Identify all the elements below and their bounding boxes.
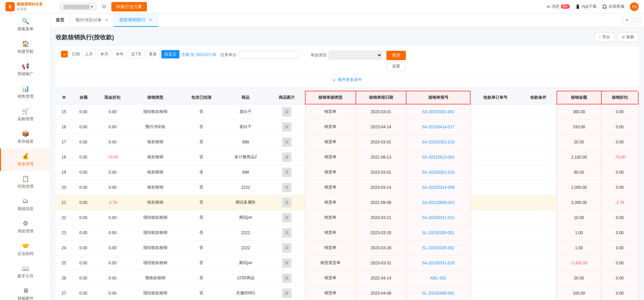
th-collection-condition: 收款条件 [520, 91, 557, 104]
voucher-type-select[interactable] [329, 51, 382, 59]
export-button[interactable]: ↑ 导出 [594, 32, 614, 42]
counterparty-label: 往来单位 [220, 52, 236, 58]
bill-no-link[interactable]: SL-20230408-001 [422, 291, 454, 296]
bill-no-link[interactable]: SA-20230331-026 [422, 261, 454, 265]
cell-writeoff-bill-no[interactable]: SA-20230331-026 [406, 255, 470, 270]
bill-no-link[interactable]: SL-20230328-002 [422, 246, 454, 250]
home-icon: 🏠 [22, 40, 29, 47]
cell-writeoff-bill-no[interactable]: SL-20230328-001 [406, 225, 470, 240]
date-btn-this-year[interactable]: 本年 [113, 50, 127, 58]
bill-no-link[interactable]: SA-20230301-001 [422, 110, 454, 114]
sidebar-item-enterprise[interactable]: 🤝 企业协同 [0, 238, 50, 261]
bill-no-link[interactable]: SA-20210808-001 [422, 200, 454, 205]
cell-writeoff-bill-no[interactable]: SA-20230314-008 [406, 180, 470, 195]
tab-home[interactable]: 首页 [50, 13, 70, 27]
date-btn-this-month[interactable]: 本月 [97, 50, 111, 58]
cell-writeoff-bill-no[interactable]: SA-20230321-012 [406, 210, 470, 225]
bill-no-link[interactable]: SA-20230321-012 [422, 215, 454, 220]
settings-gear-button[interactable]: ⚙ [99, 2, 109, 11]
tab-fullscreen-button[interactable]: ⛶ [633, 16, 641, 25]
cell-writeoff-bill-type: 销货单 [305, 180, 356, 195]
sidebar-item-operations[interactable]: 📋 经营管理 [0, 171, 50, 194]
app-download-button[interactable]: 📱 App下载 [575, 4, 597, 9]
bill-no-link[interactable]: SA-20230301-010 [422, 170, 454, 175]
th-settings[interactable]: ⚙ [56, 91, 72, 104]
cell-goods: 老白干 [222, 119, 269, 134]
cell-row-no: 17 [56, 134, 72, 149]
cell-writeoff-bill-no[interactable]: SA-20230301-010 [406, 134, 470, 149]
bill-no-link[interactable]: SA-20230314-008 [422, 185, 454, 190]
cell-writeoff-bill-no[interactable]: SA-20230301-001 [406, 104, 470, 119]
date-btn-last-month[interactable]: 上月 [82, 50, 96, 58]
headset-icon: 🎧 [602, 4, 607, 9]
industry-solution-button[interactable]: 休验行业方案 [111, 2, 147, 11]
table-container: ⚙ 余额 现金折扣 核销类型 包含已结清 商品 商品图片 核销单据类型 核销单报… [56, 91, 639, 300]
cell-balance: 0.00 [72, 240, 95, 255]
date-btn-7days[interactable]: 近7天 [128, 50, 145, 58]
company-name-placeholder: ██████████ [63, 5, 90, 9]
sidebar-item-system[interactable]: ⚙ 系统管理 [0, 216, 50, 238]
tab-prepay[interactable]: 预付冲应付单 ✕ [70, 13, 114, 27]
sidebar-item-search[interactable]: 🔍 搜索菜单 [0, 13, 50, 36]
cell-goods: 2222 [222, 240, 269, 255]
bill-no-link[interactable]: SA-20230414-017 [422, 125, 454, 129]
cell-writeoff-amount: 3,390.00 [557, 195, 601, 210]
tab-prepay-close[interactable]: ✕ [105, 18, 108, 23]
tab-controls: ✕ ⛶ [623, 16, 644, 25]
bill-no-link[interactable]: ABC-001 [430, 276, 446, 281]
cell-cash-discount: 0.00 [95, 225, 130, 240]
cell-writeoff-bill-type: 销货单 [305, 119, 356, 134]
sidebar-item-hardware[interactable]: 🖥 智能硬件 [0, 283, 50, 300]
sidebar-item-sales[interactable]: 📊 销售管理 [0, 81, 50, 103]
company-selector[interactable]: ██████████ ▾ [60, 3, 97, 11]
cell-collection-condition [520, 119, 557, 134]
online-service-button[interactable]: 🎧 在线客服 [602, 4, 625, 9]
cell-goods: 2222 [222, 180, 269, 195]
cell-writeoff-bill-no[interactable]: ABC-001 [406, 270, 470, 286]
tab-home-label: 首页 [56, 17, 64, 23]
message-button[interactable]: ✉ 消息 99+ [547, 4, 570, 9]
refresh-button[interactable]: ↺ 刷新 [617, 32, 639, 42]
tab-collection[interactable]: 收款核销执行 ✕ [114, 13, 158, 27]
cell-writeoff-bill-no[interactable]: SL-20230408-001 [406, 286, 470, 300]
sidebar-item-basic[interactable]: 🗂 基础信息 [0, 194, 50, 216]
date-btn-more[interactable]: 更多 [146, 50, 160, 58]
cell-include-settled: 否 [180, 270, 222, 286]
cell-writeoff-bill-no[interactable]: SA-20210808-001 [406, 195, 470, 210]
cell-writeoff-bill-type: 销货单 [305, 104, 356, 119]
expand-more-button[interactable]: ∨ 展开更多条件 [61, 77, 633, 83]
query-button[interactable]: 查询 [386, 51, 406, 60]
header-actions: ↑ 导出 ↺ 刷新 [594, 32, 639, 42]
bill-no-link[interactable]: SA-20210813-001 [422, 155, 454, 160]
date-btn-custom[interactable]: 自定义 [161, 50, 179, 58]
cell-writeoff-bill-type: 销货单 [305, 134, 356, 149]
counterparty-input[interactable] [238, 51, 299, 59]
search-icon: 🔍 [22, 17, 29, 25]
sidebar-item-inventory[interactable]: 📦 库存核算 [0, 126, 50, 148]
cell-writeoff-bill-no[interactable]: SA-20230301-010 [406, 165, 470, 180]
table-row: 23 0.00 0.00 现结收款核销 否 2222 🖼 销货单 2023-03… [56, 225, 638, 240]
filter-toggle-button[interactable]: » [61, 51, 68, 57]
cell-writeoff-bill-type: 销货单 [305, 165, 356, 180]
cell-collection-condition [520, 225, 557, 240]
cell-writeoff-bill-no[interactable]: SA-20230414-017 [406, 119, 470, 134]
cell-cash-discount: -2.76 [95, 195, 130, 210]
th-writeoff-type: 核销类型 [130, 91, 180, 104]
bill-no-link[interactable]: SA-20230301-010 [422, 140, 454, 144]
sidebar-item-finance[interactable]: 💰 资金管理 [0, 148, 50, 171]
cell-collection-condition [520, 255, 557, 270]
bill-no-link[interactable]: SL-20230328-001 [422, 230, 454, 235]
user-avatar[interactable]: Rit [630, 2, 639, 11]
cell-balance: 0.00 [72, 286, 95, 300]
refresh-icon: ↺ [622, 35, 625, 40]
cell-writeoff-bill-no[interactable]: SA-20210813-001 [406, 149, 470, 165]
table-settings-icon[interactable]: ⚙ [62, 95, 66, 100]
sidebar-item-quicknav[interactable]: 🏠 快捷导航 [0, 36, 50, 58]
filter-settings-button[interactable]: 设置 [386, 61, 406, 71]
sidebar-item-guide[interactable]: 📖 新手引导 [0, 261, 50, 283]
sidebar-item-marketing[interactable]: 📢 营销推广 [0, 58, 50, 81]
tab-collection-close[interactable]: ✕ [149, 17, 152, 22]
tab-close-all-button[interactable]: ✕ [623, 16, 631, 25]
sidebar-item-purchase[interactable]: 🛒 采购管理 [0, 103, 50, 126]
cell-writeoff-bill-no[interactable]: SL-20230328-002 [406, 240, 470, 255]
